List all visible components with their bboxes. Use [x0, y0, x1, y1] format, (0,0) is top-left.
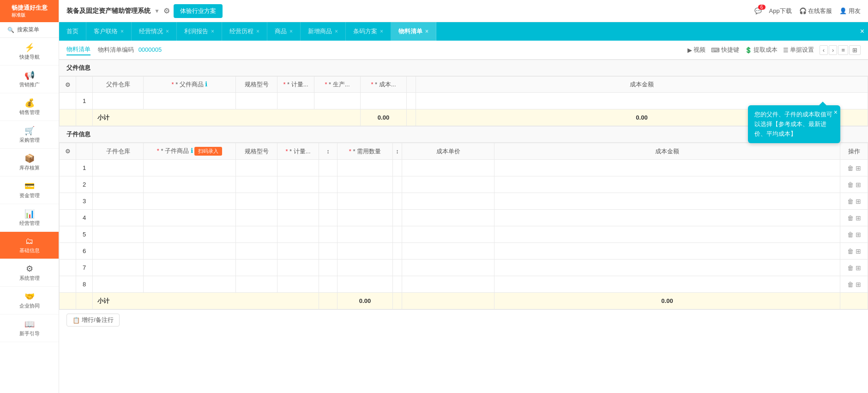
- child-cell-warehouse-8[interactable]: [93, 276, 144, 293]
- child-cell-warehouse-5[interactable]: [93, 226, 144, 243]
- child-cell-unitcost-4[interactable]: [402, 210, 494, 226]
- sidebar-item-enterprise[interactable]: 🤝 企业协同: [0, 287, 59, 314]
- child-cell-warehouse-7[interactable]: [93, 260, 144, 276]
- shortcut-btn[interactable]: ⌨ 快捷键: [711, 46, 739, 54]
- add-row-button[interactable]: 📋 增行/备注行: [66, 314, 120, 326]
- child-cell-unit-2[interactable]: [277, 176, 319, 193]
- delete-row-5[interactable]: 🗑: [847, 231, 854, 238]
- child-cell-warehouse-4[interactable]: [93, 210, 144, 226]
- sub-tab-bom-list[interactable]: 物料清单: [66, 44, 90, 55]
- child-cell-warehouse-6[interactable]: [93, 243, 144, 260]
- delete-row-8[interactable]: 🗑: [847, 281, 854, 288]
- child-cell-goods-7[interactable]: [144, 260, 236, 276]
- tab-operations-close[interactable]: ×: [166, 28, 169, 35]
- delete-row-6[interactable]: 🗑: [847, 248, 854, 255]
- sidebar-item-marketing[interactable]: 📢 营销推广: [0, 66, 59, 93]
- child-cell-goods-8[interactable]: [144, 276, 236, 293]
- parent-cell-cost-1[interactable]: [361, 93, 407, 109]
- delete-row-1[interactable]: 🗑: [847, 164, 854, 172]
- menu-arrow[interactable]: ≡: [838, 45, 848, 55]
- child-cell-qty-6[interactable]: [338, 243, 393, 260]
- parent-cell-spec-1[interactable]: [236, 93, 277, 109]
- child-cell-warehouse-3[interactable]: [93, 193, 144, 210]
- tooltip-close[interactable]: ×: [834, 107, 838, 117]
- copy-row-7[interactable]: ⊞: [856, 264, 861, 272]
- child-cell-unit-6[interactable]: [277, 243, 319, 260]
- child-cell-goods-5[interactable]: [144, 226, 236, 243]
- child-cell-goods-1[interactable]: [144, 160, 236, 176]
- child-cell-unitcost-6[interactable]: [402, 243, 494, 260]
- child-cell-spec-1[interactable]: [236, 160, 277, 176]
- sub-tab-bom-code[interactable]: 物料清单编码 0000005: [98, 45, 162, 55]
- sidebar-item-finance[interactable]: 💳 资金管理: [0, 176, 59, 204]
- sidebar-item-inventory[interactable]: 📦 库存核算: [0, 149, 59, 176]
- tab-bom[interactable]: 物料清单 ×: [391, 22, 436, 41]
- child-cell-goods-2[interactable]: [144, 176, 236, 193]
- view-video-btn[interactable]: ▶ 视频: [687, 46, 705, 54]
- child-cell-unit-4[interactable]: [277, 210, 319, 226]
- expand-arrow[interactable]: ⊞: [849, 45, 861, 55]
- settings-icon[interactable]: ⚙: [163, 6, 170, 15]
- copy-row-3[interactable]: ⊞: [856, 198, 861, 205]
- delete-row-3[interactable]: 🗑: [847, 198, 854, 205]
- tab-bom-close[interactable]: ×: [425, 28, 428, 35]
- sidebar-item-system[interactable]: ⚙ 系统管理: [0, 259, 59, 287]
- parent-cell-goods-1[interactable]: [144, 93, 236, 109]
- child-cell-qty-7[interactable]: [338, 260, 393, 276]
- child-cell-spec-2[interactable]: [236, 176, 277, 193]
- message-icon[interactable]: 💬 6: [754, 7, 762, 14]
- tab-goods-close[interactable]: ×: [289, 28, 293, 35]
- online-service-label[interactable]: 🎧 在线客服: [799, 7, 832, 15]
- copy-row-1[interactable]: ⊞: [856, 164, 861, 172]
- parent-cell-unit-1[interactable]: [277, 93, 314, 109]
- child-cell-qty-8[interactable]: [338, 276, 393, 293]
- child-cell-qty-5[interactable]: [338, 226, 393, 243]
- child-cell-qty-2[interactable]: [338, 176, 393, 193]
- child-cell-spec-4[interactable]: [236, 210, 277, 226]
- child-cell-spec-6[interactable]: [236, 243, 277, 260]
- tab-profit[interactable]: 利润报告 ×: [177, 22, 222, 41]
- nav-tabs-close[interactable]: ×: [860, 27, 864, 36]
- child-cell-warehouse-2[interactable]: [93, 176, 144, 193]
- child-cell-goods-4[interactable]: [144, 210, 236, 226]
- child-cell-spec-8[interactable]: [236, 276, 277, 293]
- tab-profit-close[interactable]: ×: [211, 28, 214, 35]
- system-dropdown-arrow[interactable]: ▼: [154, 8, 160, 14]
- child-cell-unitcost-3[interactable]: [402, 193, 494, 210]
- child-cell-unitcost-8[interactable]: [402, 276, 494, 293]
- copy-row-8[interactable]: ⊞: [856, 281, 861, 288]
- tab-barcode-close[interactable]: ×: [380, 28, 383, 35]
- child-cell-warehouse-1[interactable]: [93, 160, 144, 176]
- trial-button[interactable]: 体验行业方案: [174, 4, 223, 18]
- child-cell-unit-5[interactable]: [277, 226, 319, 243]
- scan-input-button[interactable]: 扫码录入: [194, 147, 222, 156]
- extract-cost-btn[interactable]: 💲 提取成本: [745, 46, 778, 54]
- child-cell-qty-1[interactable]: [338, 160, 393, 176]
- parent-cell-produce-1[interactable]: [314, 93, 361, 109]
- child-cell-goods-3[interactable]: [144, 193, 236, 210]
- search-menu[interactable]: 🔍 搜索菜单: [0, 22, 59, 38]
- parent-cell-warehouse-1[interactable]: [93, 93, 144, 109]
- copy-row-4[interactable]: ⊞: [856, 214, 861, 222]
- delete-row-4[interactable]: 🗑: [847, 214, 854, 222]
- sidebar-item-sales[interactable]: 💰 销售管理: [0, 93, 59, 121]
- child-cell-unit-1[interactable]: [277, 160, 319, 176]
- tab-customer[interactable]: 客户联络 ×: [86, 22, 132, 41]
- child-cell-unit-8[interactable]: [277, 276, 319, 293]
- delete-row-7[interactable]: 🗑: [847, 264, 854, 272]
- child-cell-unitcost-1[interactable]: [402, 160, 494, 176]
- child-cell-unit-3[interactable]: [277, 193, 319, 210]
- copy-row-5[interactable]: ⊞: [856, 231, 861, 238]
- child-cell-goods-6[interactable]: [144, 243, 236, 260]
- tab-customer-close[interactable]: ×: [121, 28, 124, 35]
- child-cell-unitcost-7[interactable]: [402, 260, 494, 276]
- child-cell-spec-5[interactable]: [236, 226, 277, 243]
- sidebar-item-quick-nav[interactable]: ⚡ 快捷导航: [0, 38, 59, 66]
- app-download-label[interactable]: App下载: [769, 7, 792, 15]
- tab-barcode[interactable]: 条码方案 ×: [346, 22, 391, 41]
- copy-row-6[interactable]: ⊞: [856, 248, 861, 255]
- tab-history-close[interactable]: ×: [256, 28, 259, 35]
- sidebar-item-guide[interactable]: 📖 新手引导: [0, 314, 59, 342]
- prev-arrow[interactable]: ‹: [820, 45, 828, 55]
- tab-goods[interactable]: 商品 ×: [267, 22, 301, 41]
